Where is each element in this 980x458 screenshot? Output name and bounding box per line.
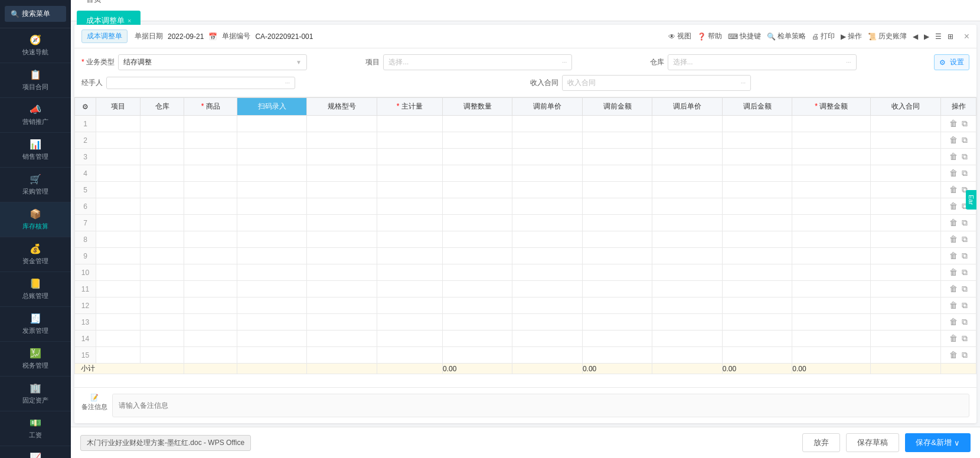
project-input[interactable]: 选择... ··· — [383, 54, 572, 70]
row-1-prev-amount[interactable] — [582, 116, 652, 132]
row-13-unit[interactable] — [377, 314, 442, 331]
sidebar-item-inventory[interactable]: 📦 库存核算 — [0, 202, 71, 237]
row-1-after-amount[interactable] — [722, 116, 792, 132]
row-8-spec[interactable] — [307, 231, 377, 248]
row-6-income-contract[interactable] — [871, 198, 941, 215]
row-11-adj-qty[interactable] — [442, 281, 512, 297]
row-6-warehouse[interactable] — [140, 198, 184, 215]
row-14-warehouse[interactable] — [140, 331, 184, 347]
row-11-after-price[interactable] — [652, 281, 722, 297]
row-15-adj-amount[interactable] — [792, 347, 871, 364]
row-12-project[interactable] — [96, 297, 141, 314]
row-15-prev-price[interactable] — [512, 347, 582, 364]
discard-button[interactable]: 放弃 — [802, 433, 840, 452]
row-4-spec[interactable] — [307, 165, 377, 182]
row-5-after-price[interactable] — [652, 182, 722, 198]
row-11-delete-icon[interactable]: 🗑 — [949, 284, 958, 293]
row-4-income-contract[interactable] — [871, 165, 941, 182]
row-7-income-contract[interactable] — [871, 215, 941, 231]
row-1-project[interactable] — [96, 116, 141, 132]
row-2-copy-icon[interactable]: ⧉ — [962, 135, 968, 145]
row-2-after-price[interactable] — [652, 132, 722, 149]
row-8-project[interactable] — [96, 231, 141, 248]
row-8-delete-icon[interactable]: 🗑 — [949, 234, 958, 244]
row-4-prev-amount[interactable] — [582, 165, 652, 182]
row-7-prev-price[interactable] — [512, 215, 582, 231]
row-14-product[interactable] — [184, 331, 237, 347]
row-3-adj-amount[interactable] — [792, 149, 871, 165]
row-15-warehouse[interactable] — [140, 347, 184, 364]
row-14-project[interactable] — [96, 331, 141, 347]
sidebar-item-sales-promotion[interactable]: 📣 营销推广 — [0, 98, 71, 133]
row-4-product[interactable] — [184, 165, 237, 182]
row-13-spec[interactable] — [307, 314, 377, 331]
row-12-unit[interactable] — [377, 297, 442, 314]
row-6-prev-amount[interactable] — [582, 198, 652, 215]
warehouse-input[interactable]: 选择... ··· — [668, 54, 857, 70]
row-8-warehouse[interactable] — [140, 231, 184, 248]
row-9-unit[interactable] — [377, 248, 442, 264]
row-4-unit[interactable] — [377, 165, 442, 182]
row-5-adj-qty[interactable] — [442, 182, 512, 198]
row-1-unit[interactable] — [377, 116, 442, 132]
row-13-prev-amount[interactable] — [582, 314, 652, 331]
handler-dots[interactable]: ··· — [285, 80, 290, 86]
project-dots[interactable]: ··· — [562, 59, 567, 66]
row-12-adj-qty[interactable] — [442, 297, 512, 314]
row-11-product[interactable] — [184, 281, 237, 297]
shortcut-action[interactable]: ⌨ 快捷键 — [728, 31, 761, 41]
row-13-copy-icon[interactable]: ⧉ — [962, 317, 968, 326]
view-action[interactable]: 👁 视图 — [668, 31, 691, 41]
row-1-after-price[interactable] — [652, 116, 722, 132]
row-10-after-price[interactable] — [652, 264, 722, 281]
row-3-after-price[interactable] — [652, 149, 722, 165]
draft-button[interactable]: 保存草稿 — [846, 433, 899, 452]
row-10-income-contract[interactable] — [871, 264, 941, 281]
row-10-copy-icon[interactable]: ⧉ — [962, 267, 968, 277]
row-7-spec[interactable] — [307, 215, 377, 231]
row-13-project[interactable] — [96, 314, 141, 331]
row-13-product[interactable] — [184, 314, 237, 331]
nav-prev[interactable]: ◀ — [913, 32, 918, 41]
row-5-income-contract[interactable] — [871, 182, 941, 198]
row-6-project[interactable] — [96, 198, 141, 215]
row-2-after-amount[interactable] — [722, 132, 792, 149]
row-3-spec[interactable] — [307, 149, 377, 165]
row-5-adj-amount[interactable] — [792, 182, 871, 198]
row-9-income-contract[interactable] — [871, 248, 941, 264]
row-8-scan[interactable] — [237, 231, 306, 248]
row-13-delete-icon[interactable]: 🗑 — [949, 317, 958, 326]
row-7-copy-icon[interactable]: ⧉ — [962, 218, 968, 227]
row-7-project[interactable] — [96, 215, 141, 231]
row-4-after-amount[interactable] — [722, 165, 792, 182]
row-7-after-price[interactable] — [652, 215, 722, 231]
row-4-project[interactable] — [96, 165, 141, 182]
row-13-prev-price[interactable] — [512, 314, 582, 331]
sidebar-item-quick-nav[interactable]: 🧭 快速导航 — [0, 28, 71, 63]
row-9-scan[interactable] — [237, 248, 306, 264]
col-settings[interactable]: ⚙ — [75, 98, 96, 116]
row-3-scan[interactable] — [237, 149, 306, 165]
sidebar-item-invoice[interactable]: 🧾 发票管理 — [0, 307, 71, 342]
row-5-prev-amount[interactable] — [582, 182, 652, 198]
row-1-spec[interactable] — [307, 116, 377, 132]
row-2-adj-qty[interactable] — [442, 132, 512, 149]
row-2-adj-amount[interactable] — [792, 132, 871, 149]
row-11-scan[interactable] — [237, 281, 306, 297]
row-3-prev-price[interactable] — [512, 149, 582, 165]
row-4-warehouse[interactable] — [140, 165, 184, 182]
row-10-unit[interactable] — [377, 264, 442, 281]
row-11-income-contract[interactable] — [871, 281, 941, 297]
row-7-warehouse[interactable] — [140, 215, 184, 231]
row-15-after-price[interactable] — [652, 347, 722, 364]
row-8-prev-amount[interactable] — [582, 231, 652, 248]
row-11-prev-amount[interactable] — [582, 281, 652, 297]
row-5-delete-icon[interactable]: 🗑 — [949, 185, 958, 194]
row-7-product[interactable] — [184, 215, 237, 231]
help-action[interactable]: ❓ 帮助 — [697, 31, 722, 41]
row-12-spec[interactable] — [307, 297, 377, 314]
row-13-income-contract[interactable] — [871, 314, 941, 331]
row-10-delete-icon[interactable]: 🗑 — [949, 267, 958, 277]
tab-home[interactable]: 首页 — [77, 0, 141, 11]
row-8-prev-price[interactable] — [512, 231, 582, 248]
